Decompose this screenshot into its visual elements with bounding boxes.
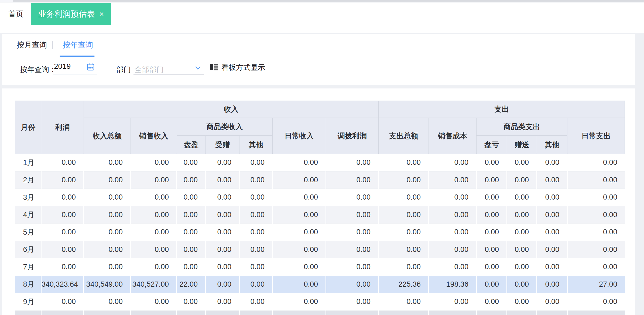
value-cell: 470.00 bbox=[131, 310, 177, 315]
value-cell: 470.45 bbox=[379, 310, 429, 315]
table-row[interactable]: 5月0.000.000.000.000.000.000.000.000.000.… bbox=[15, 224, 625, 241]
value-cell: 0.00 bbox=[477, 171, 507, 189]
value-cell: 0.00 bbox=[239, 293, 273, 311]
value-cell: 0.00 bbox=[41, 241, 84, 258]
value-cell: 0.00 bbox=[379, 258, 429, 276]
col-header-transfer-profit: 调拨利润 bbox=[326, 118, 379, 154]
table-row[interactable]: 1月0.000.000.000.000.000.000.000.000.000.… bbox=[15, 154, 625, 172]
board-view-toggle[interactable]: 看板方式显示 bbox=[210, 63, 265, 72]
profit-table-wrap: 月份 利润 收入 支出 收入总额 销售收入 商品类收入 日常收入 调拨利润 支出… bbox=[15, 101, 625, 315]
value-cell: 0.00 bbox=[326, 258, 379, 276]
subtab-monthly-query[interactable]: 按月查询 bbox=[17, 34, 47, 56]
tab-business-profit-forecast[interactable]: 业务利润预估表 × bbox=[31, 3, 111, 25]
value-cell: 0.00 bbox=[84, 258, 131, 276]
value-cell: 0.00 bbox=[567, 293, 625, 311]
group-header-goods-income: 商品类收入 bbox=[177, 118, 273, 136]
close-icon[interactable]: × bbox=[99, 10, 104, 18]
table-row[interactable]: 9月0.000.000.000.000.000.000.000.000.000.… bbox=[15, 293, 625, 311]
value-cell: 0.00 bbox=[429, 189, 477, 206]
value-cell: 0.00 bbox=[429, 258, 477, 276]
value-cell: 0.00 bbox=[177, 189, 206, 206]
value-cell: 0.00 bbox=[429, 241, 477, 258]
col-header-profit: 利润 bbox=[41, 101, 84, 154]
value-cell: 0.00 bbox=[507, 154, 537, 172]
value-cell: 470.45 bbox=[429, 310, 477, 315]
value-cell: 0.00 bbox=[131, 154, 177, 172]
value-cell: 0.00 bbox=[507, 276, 537, 293]
table-row[interactable]: 10月-0.45470.00470.000.000.000.000.000.00… bbox=[15, 310, 625, 315]
month-cell: 8月 bbox=[15, 276, 41, 293]
chevron-down-icon bbox=[194, 64, 202, 73]
value-cell: 0.00 bbox=[477, 206, 507, 224]
value-cell: 0.00 bbox=[41, 171, 84, 189]
table-row[interactable]: 4月0.000.000.000.000.000.000.000.000.000.… bbox=[15, 206, 625, 224]
col-header-other-income: 其他 bbox=[239, 136, 273, 154]
table-row[interactable]: 6月0.000.000.000.000.000.000.000.000.000.… bbox=[15, 241, 625, 258]
table-row[interactable]: 7月0.000.000.000.000.000.000.000.000.000.… bbox=[15, 258, 625, 276]
department-select[interactable]: 全部部门 bbox=[133, 62, 204, 75]
value-cell: 0.00 bbox=[177, 224, 206, 241]
value-cell: 0.00 bbox=[177, 154, 206, 172]
table-row[interactable]: 8月340,323.64340,549.00340,527.0022.000.0… bbox=[15, 276, 625, 293]
tab-home[interactable]: 首页 bbox=[6, 3, 26, 25]
col-header-income-total: 收入总额 bbox=[84, 118, 131, 154]
value-cell: 0.00 bbox=[239, 241, 273, 258]
value-cell: 0.00 bbox=[131, 206, 177, 224]
value-cell: 0.00 bbox=[507, 310, 537, 315]
value-cell: 0.00 bbox=[379, 206, 429, 224]
value-cell: 0.00 bbox=[429, 224, 477, 241]
value-cell: 0.00 bbox=[537, 241, 567, 258]
value-cell: 0.00 bbox=[41, 293, 84, 311]
month-cell: 2月 bbox=[15, 171, 41, 189]
value-cell: 0.00 bbox=[379, 241, 429, 258]
col-header-inventory-loss: 盘亏 bbox=[477, 136, 507, 154]
group-header-expense: 支出 bbox=[379, 101, 625, 118]
value-cell: 0.00 bbox=[206, 189, 239, 206]
calendar-icon[interactable] bbox=[86, 63, 95, 72]
value-cell: 0.00 bbox=[507, 189, 537, 206]
table-row[interactable]: 3月0.000.000.000.000.000.000.000.000.000.… bbox=[15, 189, 625, 206]
subtab-yearly-query[interactable]: 按年查询 bbox=[63, 34, 93, 56]
col-header-daily-income: 日常收入 bbox=[273, 118, 326, 154]
value-cell: 0.00 bbox=[326, 293, 379, 311]
query-panel: 按月查询 按年查询 按年查询： 部门 全部部门 bbox=[2, 34, 635, 85]
value-cell: 0.00 bbox=[206, 310, 239, 315]
value-cell: 0.00 bbox=[567, 189, 625, 206]
value-cell: 0.00 bbox=[507, 224, 537, 241]
month-cell: 5月 bbox=[15, 224, 41, 241]
value-cell: 0.00 bbox=[41, 154, 84, 172]
value-cell: 0.00 bbox=[239, 154, 273, 172]
group-header-goods-expense: 商品类支出 bbox=[477, 118, 567, 136]
board-icon bbox=[210, 63, 218, 72]
value-cell: 0.00 bbox=[537, 189, 567, 206]
value-cell: 0.00 bbox=[131, 224, 177, 241]
value-cell: 0.00 bbox=[206, 258, 239, 276]
value-cell: 0.00 bbox=[206, 241, 239, 258]
value-cell: 0.00 bbox=[239, 258, 273, 276]
value-cell: 0.00 bbox=[567, 258, 625, 276]
board-view-label: 看板方式显示 bbox=[221, 63, 265, 72]
report-panel: 月份 利润 收入 支出 收入总额 销售收入 商品类收入 日常收入 调拨利润 支出… bbox=[2, 88, 635, 315]
value-cell: 198.36 bbox=[429, 276, 477, 293]
value-cell: 0.00 bbox=[326, 206, 379, 224]
value-cell: -0.45 bbox=[41, 310, 84, 315]
value-cell: 0.00 bbox=[537, 154, 567, 172]
value-cell: 340,323.64 bbox=[41, 276, 84, 293]
value-cell: 0.00 bbox=[567, 206, 625, 224]
col-header-donated-in: 受赠 bbox=[206, 136, 239, 154]
value-cell: 0.00 bbox=[273, 189, 326, 206]
value-cell: 0.00 bbox=[84, 171, 131, 189]
value-cell: 0.00 bbox=[537, 224, 567, 241]
value-cell: 0.00 bbox=[84, 241, 131, 258]
value-cell: 0.00 bbox=[273, 310, 326, 315]
value-cell: 0.00 bbox=[379, 224, 429, 241]
profit-table: 月份 利润 收入 支出 收入总额 销售收入 商品类收入 日常收入 调拨利润 支出… bbox=[15, 101, 625, 315]
value-cell: 0.00 bbox=[567, 171, 625, 189]
value-cell: 470.00 bbox=[84, 310, 131, 315]
value-cell: 0.00 bbox=[507, 171, 537, 189]
value-cell: 0.00 bbox=[84, 293, 131, 311]
table-row[interactable]: 2月0.000.000.000.000.000.000.000.000.000.… bbox=[15, 171, 625, 189]
value-cell: 0.00 bbox=[477, 258, 507, 276]
department-placeholder: 全部部门 bbox=[135, 65, 164, 74]
value-cell: 0.00 bbox=[273, 171, 326, 189]
